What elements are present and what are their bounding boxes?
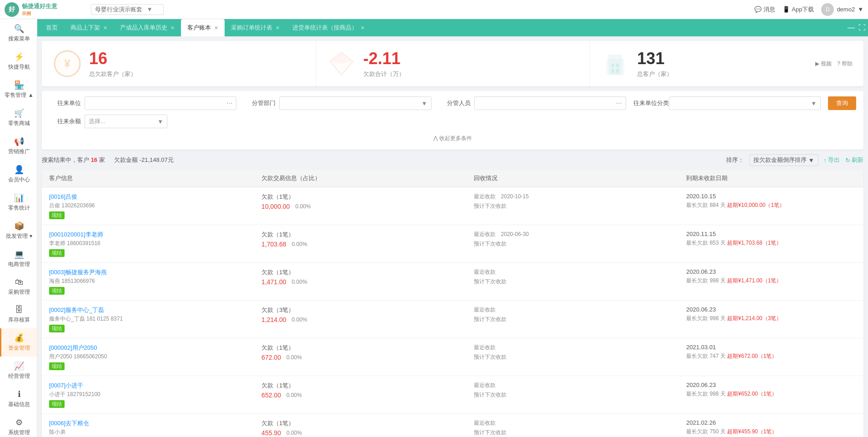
tab-close-purchase-summary[interactable]: ✕ bbox=[276, 25, 280, 31]
sys-icon: ⚙ bbox=[1, 417, 37, 427]
customer-link-4[interactable]: [000002]用户2050 bbox=[49, 344, 261, 352]
tab-product-shelf[interactable]: 商品上下架 ✕ bbox=[64, 19, 114, 36]
customer-link-0[interactable]: [0016]吕俊 bbox=[49, 193, 261, 201]
sidebar-item-purchase[interactable]: 🛍 采购管理 bbox=[0, 273, 37, 301]
stat-card-total-customers: 131 总客户（家） ▶ 视频 ? 帮助 bbox=[590, 41, 863, 86]
help-link[interactable]: ? 帮助 bbox=[837, 60, 853, 68]
sidebar-item-inventory[interactable]: 🗄 库存核算 bbox=[0, 301, 37, 328]
stat-info-total: 131 总客户（家） bbox=[637, 49, 672, 78]
recovery-cell-6: 最近收款 预计下次收款 bbox=[474, 419, 686, 437]
video-link[interactable]: ▶ 视频 bbox=[815, 60, 832, 68]
tab-purchase-summary[interactable]: 采购订单统计表 ✕ bbox=[225, 19, 286, 36]
tab-close-product-history[interactable]: ✕ bbox=[171, 25, 175, 31]
customer-link-1[interactable]: [0001020001]李老师 bbox=[49, 231, 261, 239]
tab-minimize-btn[interactable]: — bbox=[848, 24, 855, 32]
tab-maximize-btn[interactable]: ⛶ bbox=[858, 24, 866, 32]
collapse-filters-btn[interactable]: ⋀ 收起更多条件 bbox=[49, 133, 856, 144]
filter-balance: 往来余额 选择... ▼ bbox=[49, 115, 167, 128]
sidebar-item-marketing[interactable]: 📢 营销推广 bbox=[0, 132, 37, 160]
tab-product-history[interactable]: 产成品入库单历史 ✕ bbox=[114, 19, 181, 36]
main-layout: 🔍 搜索菜单 ⚡ 快捷导航 🏪 零售管理 ▲ 🛒 零售商城 📢 营销推广 👤 bbox=[0, 19, 868, 437]
customer-link-3[interactable]: [0002]服务中心_丁磊 bbox=[49, 306, 261, 314]
sidebar-item-basic-info[interactable]: ℹ 基础信息 bbox=[0, 385, 37, 413]
sidebar-item-retail-mall[interactable]: 🛒 零售商城 bbox=[0, 104, 37, 132]
debt-cell-2: 欠款（1笔） 1,471.00 0.00% bbox=[261, 268, 474, 287]
svg-rect-8 bbox=[612, 69, 614, 73]
customer-link-2[interactable]: [0003]畅捷服务尹海燕 bbox=[49, 268, 261, 276]
tab-close-customer-account[interactable]: ✕ bbox=[214, 25, 218, 31]
app-download-btn[interactable]: 📱 App下载 bbox=[783, 5, 814, 14]
customer-tag-4: 现结 bbox=[49, 362, 65, 370]
debt-cell-0: 欠款（1笔） 10,000.00 0.00% bbox=[261, 193, 474, 212]
sidebar-item-ops[interactable]: 📈 经营管理 bbox=[0, 357, 37, 385]
batch-icon: 📦 bbox=[1, 221, 37, 231]
user-menu[interactable]: D demo2 ▼ bbox=[821, 3, 863, 16]
svg-rect-7 bbox=[616, 64, 619, 67]
debt-cell-1: 欠款（1笔） 1,703.68 0.00% bbox=[261, 231, 474, 250]
top-bar-right: 💬 消息 📱 App下载 D demo2 ▼ bbox=[754, 3, 863, 16]
sidebar-item-retail-mgmt[interactable]: 🏪 零售管理 ▲ bbox=[0, 75, 37, 104]
tab-close-product-shelf[interactable]: ✕ bbox=[103, 25, 107, 31]
tab-home[interactable]: 首页 bbox=[40, 19, 64, 36]
overdue-link-0[interactable]: 超期¥10,000.00（1笔） bbox=[727, 202, 785, 208]
sort-select[interactable]: 按欠款金额倒序排序 ▼ bbox=[749, 154, 818, 166]
overdue-link-2[interactable]: 超期¥1,471.00（1笔） bbox=[727, 277, 782, 284]
customer-link-6[interactable]: [0006]去下粮仓 bbox=[49, 419, 261, 427]
tab-close-inbound-summary[interactable]: ✕ bbox=[361, 25, 365, 31]
retail-icon: 🏪 bbox=[1, 80, 37, 90]
search-button[interactable]: 查询 bbox=[828, 96, 856, 110]
unit-class-arrow-icon: ▼ bbox=[811, 100, 817, 107]
marketing-icon: 📢 bbox=[1, 136, 37, 146]
sort-bar: 排序： 按欠款金额倒序排序 ▼ ↑ 导出 ↻ 刷新 bbox=[726, 154, 863, 166]
customer-tag-3: 现结 bbox=[49, 325, 65, 332]
message-btn[interactable]: 💬 消息 bbox=[754, 5, 775, 14]
customer-link-5[interactable]: [0007]小进干 bbox=[49, 382, 261, 390]
info-icon: ℹ bbox=[1, 389, 37, 399]
balance-select[interactable]: 选择... ▼ bbox=[85, 115, 167, 128]
sidebar-item-finance[interactable]: 💰 资金管理 bbox=[0, 328, 37, 357]
customer-cell-5: [0007]小进干 小进干 18279152100 现结 bbox=[49, 382, 261, 408]
person-label: 分管人员 bbox=[439, 99, 471, 107]
logo-area: 好 畅捷通好生意 示例 bbox=[5, 2, 86, 17]
sidebar-item-member[interactable]: 👤 会员中心 bbox=[0, 160, 37, 188]
person-input[interactable]: ··· bbox=[474, 96, 626, 110]
sidebar-item-batch-mgmt[interactable]: 📦 批发管理 ▾ bbox=[0, 216, 37, 245]
customer-cell-1: [0001020001]李老师 李老师 18600391516 现结 bbox=[49, 231, 261, 257]
filter-area: 往来单位 ··· 分管部门 ▼ bbox=[42, 91, 863, 150]
unit-class-label: 往来单位分类 bbox=[633, 99, 665, 107]
customer-tag-1: 现结 bbox=[49, 249, 65, 257]
sidebar-item-sys[interactable]: ⚙ 系统管理 bbox=[0, 413, 37, 437]
sidebar-item-retail-stat[interactable]: 📊 零售统计 bbox=[0, 188, 37, 216]
refresh-btn[interactable]: ↻ 刷新 bbox=[845, 156, 863, 164]
tab-inbound-summary[interactable]: 进货单统计表（按商品） ✕ bbox=[286, 19, 371, 36]
overdue-link-3[interactable]: 超期¥1,214.00（3笔） bbox=[727, 315, 782, 321]
mall-icon: 🛒 bbox=[1, 108, 37, 118]
quick-nav-icon: ⚡ bbox=[1, 52, 37, 62]
stat-icon-diamond bbox=[327, 49, 356, 78]
customer-unit-input[interactable]: ··· bbox=[85, 96, 236, 110]
overdue-link-1[interactable]: 超期¥1,703.68（1笔） bbox=[727, 240, 782, 246]
debt-cell-5: 欠款（1笔） 652.00 0.00% bbox=[261, 382, 474, 401]
sidebar-item-search-menu[interactable]: 🔍 搜索菜单 bbox=[0, 19, 37, 47]
table-row: [0001020001]李老师 李老师 18600391516 现结 欠款（1笔… bbox=[42, 225, 863, 263]
overdue-link-6[interactable]: 超期¥455.90（1笔） bbox=[727, 428, 777, 435]
finance-icon: 💰 bbox=[1, 333, 37, 343]
due-cell-3: 2020.06.23 最长欠款 998 天 超期¥1,214.00（3笔） bbox=[686, 306, 856, 322]
overdue-link-5[interactable]: 超期¥652.00（1笔） bbox=[727, 391, 777, 397]
customer-phone-3: 服务中心_丁磊 181 0125 8371 bbox=[49, 315, 261, 323]
content-area: 首页 商品上下架 ✕ 产成品入库单历史 ✕ 客户账本 ✕ 采购订单统计表 ✕ bbox=[37, 19, 868, 437]
total-customers-number: 131 bbox=[637, 49, 672, 68]
table-row: [0006]去下粮仓 陈小弟 现结 欠款（1笔） 455.90 0.00% bbox=[42, 414, 863, 437]
purchase-icon: 🛍 bbox=[1, 277, 37, 287]
table-row: [0002]服务中心_丁磊 服务中心_丁磊 181 0125 8371 现结 欠… bbox=[42, 301, 863, 338]
sidebar-item-ecom[interactable]: 💻 电商管理 bbox=[0, 245, 37, 273]
company-selector[interactable]: 母婴行业演示账套 ▼ bbox=[91, 4, 164, 15]
sidebar-item-quick-nav[interactable]: ⚡ 快捷导航 bbox=[0, 47, 37, 75]
tab-customer-account[interactable]: 客户账本 ✕ bbox=[181, 19, 225, 36]
dept-select[interactable]: ▼ bbox=[279, 96, 431, 110]
unit-class-select[interactable]: ▼ bbox=[669, 96, 821, 110]
overdue-link-4[interactable]: 超期¥672.00（1笔） bbox=[727, 353, 777, 359]
due-cell-0: 2020.10.15 最长欠款 884 天 超期¥10,000.00（1笔） bbox=[686, 193, 856, 209]
export-btn[interactable]: ↑ 导出 bbox=[824, 156, 840, 164]
page-content: ¥ 16 总欠款客户（家） bbox=[37, 36, 868, 437]
